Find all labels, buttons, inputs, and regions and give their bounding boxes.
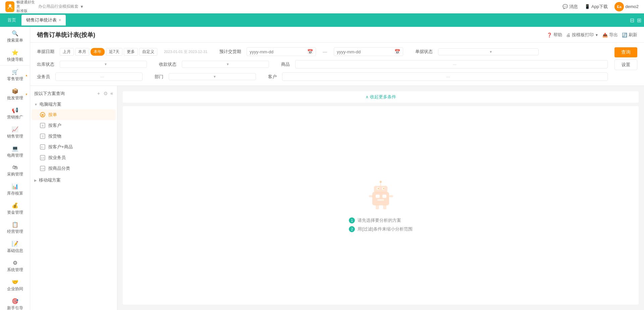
delivery-date-end[interactable]: 📅 — [334, 47, 403, 56]
date-btn-custom[interactable]: 自定义 — [139, 48, 157, 56]
sidebar-item-wholesale[interactable]: 📦 批发管理 — [0, 85, 30, 104]
tab-sales-stat-label: 销售订单统计表 — [26, 17, 57, 23]
sidebar-operations-label: 经营管理 — [7, 229, 23, 235]
tree-item-by-customer[interactable]: 客 按客户 — [32, 120, 116, 131]
sidebar-item-system[interactable]: ⚙ 系统管理 — [0, 256, 30, 275]
tab-expand-btn[interactable]: ⊞ — [637, 17, 641, 23]
tree-item-by-salesperson[interactable]: 业务 按业务员 — [32, 152, 116, 163]
goods-ellipsis-icon[interactable]: ··· — [453, 62, 605, 67]
sidebar-item-enterprise[interactable]: 🤝 企业协同 — [0, 275, 30, 295]
left-panel: 按以下方案查询 ＋ ⊙ « ▼ 电脑端方案 — [30, 86, 117, 310]
settings-btn[interactable]: 设置 — [614, 59, 637, 70]
template-print-label: 按模板打印 — [572, 32, 594, 38]
sidebar-item-inventory[interactable]: 📊 库存核算 — [0, 180, 30, 199]
svg-rect-16 — [377, 199, 384, 201]
sidebar-newbie-label: 新手引导 — [7, 305, 23, 310]
status-select[interactable]: ▼ — [438, 48, 539, 55]
tree-item-by-goods[interactable]: 货 按货物 — [32, 131, 116, 142]
tip-num-1: 1 — [349, 217, 355, 223]
help-icon: ❓ — [547, 33, 552, 38]
sidebar-item-purchase[interactable]: 🛍 采购管理 — [0, 161, 30, 180]
collapse-label: 收起更多条件 — [370, 94, 396, 100]
svg-rect-20 — [383, 205, 386, 209]
category-scheme-icon: 分类 — [40, 165, 46, 171]
sidebar-item-operations[interactable]: 📋 经营管理 — [0, 218, 30, 237]
customer-ellipsis-icon[interactable]: ··· — [446, 74, 605, 79]
tip-num-2: 2 — [349, 226, 355, 232]
sidebar-item-retail[interactable]: 🛒 零售管理 — [0, 65, 30, 85]
tree-pc-label: 电脑端方案 — [40, 101, 61, 107]
sidebar-item-newbie[interactable]: 🎯 新手引导 — [0, 295, 30, 310]
by-goods-label: 按货物 — [48, 133, 61, 139]
user-name: demo2 — [625, 4, 639, 9]
template-print-btn[interactable]: 🖨 按模板打印 ▼ — [566, 32, 598, 38]
tab-home[interactable]: 首页 — [3, 15, 21, 25]
sidebar-enterprise-label: 企业协同 — [7, 286, 23, 292]
download-label: App下载 — [591, 4, 608, 10]
svg-text:按: 按 — [41, 114, 44, 117]
user-area[interactable]: Ea demo2 — [614, 2, 639, 11]
date-btn-this-month[interactable]: 本月 — [75, 48, 89, 56]
delivery-date-start[interactable]: 📅 — [247, 47, 316, 56]
star-icon: ⭐ — [12, 49, 18, 56]
svg-rect-13 — [372, 192, 389, 205]
settings-scheme-btn[interactable]: ⊙ — [104, 91, 108, 97]
query-btn[interactable]: 查询 — [614, 47, 637, 57]
tree-group-pc-header[interactable]: ▼ 电脑端方案 — [32, 99, 116, 109]
tab-minimize-btn[interactable]: ⊟ — [630, 17, 634, 23]
sidebar-item-basic-info[interactable]: 📝 基础信息 — [0, 237, 30, 256]
add-scheme-btn[interactable]: ＋ — [96, 91, 101, 97]
collapse-bar[interactable]: ∧ 收起更多条件 — [123, 91, 639, 103]
sidebar-item-search[interactable]: 🔍 搜索菜单 — [0, 27, 30, 46]
date-btn-this-year[interactable]: 本年 — [91, 48, 105, 56]
date-btn-more[interactable]: 更多 — [124, 48, 138, 56]
goods-select[interactable]: ··· — [295, 60, 608, 68]
svg-text:货: 货 — [42, 135, 44, 138]
sidebar-finance-label: 资金管理 — [7, 210, 23, 215]
sidebar: 🔍 搜索菜单 ⭐ 快捷导航 🛒 零售管理 📦 批发管理 📢 营销推广 📈 销售管… — [0, 27, 30, 310]
tree-group-mobile-header[interactable]: ▶ 移动端方案 — [32, 175, 116, 185]
ship-status-arrow-icon: ▼ — [104, 62, 144, 66]
sidebar-item-quick-nav[interactable]: ⭐ 快捷导航 — [0, 46, 30, 65]
system-icon: ⚙ — [13, 260, 17, 266]
payment-status-select[interactable]: ▼ — [182, 61, 269, 68]
content-area: 按以下方案查询 ＋ ⊙ « ▼ 电脑端方案 — [30, 86, 644, 310]
refresh-label: 刷新 — [629, 32, 637, 38]
sidebar-item-marketing[interactable]: 📢 营销推广 — [0, 104, 30, 123]
date-btn-last-month[interactable]: 上月 — [60, 48, 74, 56]
app-selector[interactable]: 办公用品行业模拟账套 ▼ — [38, 4, 562, 9]
download-btn[interactable]: 📱 App下载 — [585, 4, 608, 10]
sidebar-item-finance[interactable]: 💰 资金管理 — [0, 199, 30, 218]
refresh-btn[interactable]: 🔄 刷新 — [622, 32, 637, 38]
left-panel-header: 按以下方案查询 ＋ ⊙ « — [30, 89, 117, 99]
tab-sales-stat[interactable]: 销售订单统计表 × — [21, 15, 66, 25]
main-content: 🔍 搜索菜单 ⭐ 快捷导航 🛒 零售管理 📦 批发管理 📢 营销推广 📈 销售管… — [0, 27, 644, 310]
tree-item-by-order[interactable]: 按 按单 — [32, 109, 116, 120]
operations-icon: 📋 — [12, 221, 18, 228]
sidebar-purchase-label: 采购管理 — [7, 171, 23, 177]
message-btn[interactable]: 💬 消息 — [562, 4, 578, 10]
page-header: 销售订单统计表(按单) ❓ 帮助 🖨 按模板打印 ▼ 📤 导出 — [30, 27, 644, 43]
tree-item-by-category[interactable]: 分类 按商品分类 — [32, 163, 116, 174]
salesperson-select[interactable]: ··· — [55, 72, 143, 81]
delivery-end-input[interactable] — [337, 49, 393, 54]
delivery-start-input[interactable] — [250, 49, 306, 54]
tree-item-by-customer-goods[interactable]: 客+ 按客户+商品 — [32, 142, 116, 152]
export-btn[interactable]: 📤 导出 — [602, 32, 618, 38]
sidebar-item-ecommerce[interactable]: 💻 电商管理 — [0, 142, 30, 161]
collapse-panel-btn[interactable]: « — [110, 91, 113, 97]
sidebar-system-label: 系统管理 — [7, 267, 23, 273]
tab-close-icon[interactable]: × — [59, 18, 61, 22]
tab-bar: 首页 销售订单统计表 × ⊟ ⊞ — [0, 13, 644, 27]
message-label: 消息 — [569, 4, 578, 10]
date-btn-7days[interactable]: 近7天 — [106, 48, 122, 56]
ship-status-select[interactable]: ▼ — [60, 61, 147, 68]
customer-goods-scheme-icon: 客+ — [40, 144, 46, 150]
customer-select[interactable]: ··· — [282, 72, 608, 81]
salesperson-ellipsis-icon[interactable]: ··· — [100, 74, 140, 79]
department-select[interactable]: ▼ — [169, 73, 256, 80]
help-btn[interactable]: ❓ 帮助 — [547, 32, 562, 38]
tip-text-1: 请先选择要分析的方案 — [358, 217, 401, 223]
sidebar-item-sales[interactable]: 📈 销售管理 — [0, 123, 30, 142]
date-quick-options: 上月 本月 本年 近7天 更多 自定义 — [60, 48, 157, 56]
